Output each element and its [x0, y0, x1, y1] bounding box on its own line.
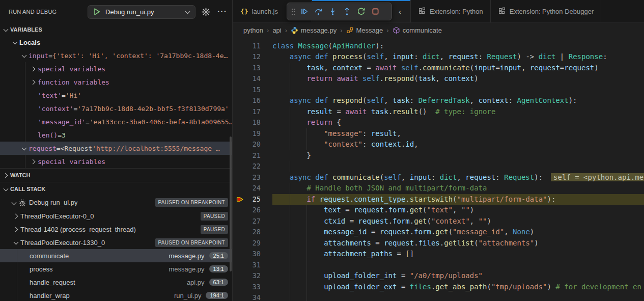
variable-row[interactable]: 'context' = '7a17bb9c-18d8-4e2b-bbf5-f3f… — [0, 102, 232, 115]
breakpoint-gutter[interactable] — [233, 41, 247, 52]
code-line[interactable]: 22 — [233, 161, 644, 172]
chevron-right-icon[interactable] — [30, 65, 38, 73]
chevron-right-icon[interactable] — [30, 157, 38, 166]
variables-section-header[interactable]: VARIABLES — [0, 23, 232, 36]
code-line[interactable]: 33 upload_folder_ext = files.get_abs_pat… — [233, 282, 644, 293]
tab-extension-python-debugger[interactable]: Extension: Python Debugger — [491, 0, 602, 22]
breakpoint-gutter[interactable] — [233, 260, 247, 271]
code-line[interactable]: 11class Message(ApiHandler): — [233, 41, 644, 52]
tab-extension-python[interactable]: Extension: Python — [411, 0, 491, 22]
debug-config-picker[interactable]: Debug run_ui.py — [88, 5, 195, 19]
code-line[interactable]: 15 — [233, 85, 644, 96]
code-line[interactable]: 25 if request.content_type.startswith("m… — [233, 194, 644, 205]
variable-row[interactable]: Locals — [0, 36, 232, 49]
breakpoint-gutter[interactable] — [233, 51, 247, 63]
code-line[interactable]: 31 — [233, 260, 644, 271]
code-line[interactable]: 27 ctxid = request.form.get("context", "… — [233, 216, 644, 227]
code-line[interactable]: 12 async def process(self, input: dict, … — [233, 51, 644, 63]
watch-section-header[interactable]: WATCH — [0, 168, 232, 182]
breadcrumb-item-python[interactable]: python — [243, 26, 263, 34]
call-stack-thread-row[interactable]: ThreadPoolExecutor-1330_0PAUSED ON BREAK… — [0, 236, 232, 249]
code-line[interactable]: 18 return { — [233, 117, 644, 128]
chevron-down-icon[interactable] — [12, 238, 20, 247]
variable-row[interactable]: request = <Request 'http://localhost:555… — [0, 142, 232, 155]
call-stack-thread-row[interactable]: Thread-1402 (process_request_thread)PAUS… — [0, 223, 232, 236]
chevron-down-icon[interactable] — [184, 8, 192, 16]
chevron-down-icon[interactable] — [10, 199, 18, 207]
code-line[interactable]: 26 text = request.form.get("text", "") — [233, 205, 644, 216]
debug-start-icon[interactable] — [92, 7, 101, 16]
breakpoint-gutter[interactable] — [233, 292, 247, 301]
breakpoint-current-line-icon[interactable] — [233, 194, 247, 205]
breadcrumb-item-communicate[interactable]: communicate — [393, 26, 442, 34]
step-over-button[interactable] — [312, 5, 325, 18]
call-stack-frame-row[interactable]: handler_wraprun_ui.py194:1 — [0, 289, 232, 301]
breadcrumb-item-message[interactable]: Message — [346, 26, 383, 34]
variable-row[interactable]: input = {'text': 'Hi', 'context': '7a17b… — [0, 49, 232, 62]
variable-row[interactable]: special variables — [0, 155, 232, 168]
breakpoint-gutter[interactable] — [233, 85, 247, 96]
code-line[interactable]: 19 "message": result, — [233, 128, 644, 140]
variable-row[interactable]: 'message_id' = 'ea133ccc-3ba0-406c-befa-… — [0, 115, 232, 128]
sidebar-scrollbar-thumb[interactable] — [230, 136, 232, 271]
breakpoint-gutter[interactable] — [233, 238, 247, 249]
breakpoint-gutter[interactable] — [233, 73, 247, 85]
chevron-down-icon[interactable] — [20, 51, 29, 60]
code-line[interactable]: 32 upload_folder_int = "/a0/tmp/uploads" — [233, 270, 644, 282]
code-editor[interactable]: 1011class Message(ApiHandler):12 async d… — [233, 37, 644, 301]
call-stack-frame-row[interactable]: communicatemessage.py25:1 — [0, 249, 232, 262]
code-line[interactable]: 34 — [233, 292, 644, 301]
code-line[interactable]: 29 attachments = request.files.getlist("… — [233, 238, 644, 249]
chevron-down-icon[interactable] — [11, 38, 19, 46]
chevron-down-icon[interactable] — [20, 144, 29, 152]
breakpoint-gutter[interactable] — [233, 282, 247, 293]
code-line[interactable]: 13 task, context = await self.communicat… — [233, 63, 644, 74]
variable-row[interactable]: function variables — [0, 75, 232, 89]
call-stack-frame-row[interactable]: handle_requestapi.py63:1 — [0, 276, 232, 289]
code-line[interactable]: 20 "context": context.id, — [233, 139, 644, 150]
chevron-right-icon[interactable] — [12, 225, 20, 233]
call-stack-frame-row[interactable]: processmessage.py13:1 — [0, 262, 232, 276]
code-line[interactable]: 23 async def communicate(self, input: di… — [233, 172, 644, 183]
code-line[interactable]: 21 } — [233, 150, 644, 161]
breakpoint-gutter[interactable] — [233, 63, 247, 74]
more-actions-icon[interactable]: ··· — [217, 8, 227, 16]
breakpoint-gutter[interactable] — [233, 95, 247, 106]
gear-icon[interactable] — [202, 8, 210, 16]
breakpoint-gutter[interactable] — [233, 205, 247, 216]
breakpoint-gutter[interactable] — [233, 161, 247, 172]
breakpoint-gutter[interactable] — [233, 128, 247, 140]
breakpoint-gutter[interactable] — [233, 106, 247, 118]
call-stack-session-row[interactable]: Debug run_ui.pyPAUSED ON BREAKPOINT — [0, 196, 232, 209]
breakpoint-gutter[interactable] — [233, 227, 247, 238]
breakpoint-gutter[interactable] — [233, 172, 247, 183]
call-stack-section-header[interactable]: CALL STACK — [0, 182, 232, 196]
drag-grip-icon[interactable] — [290, 5, 297, 18]
variable-row[interactable]: 'text' = 'Hi' — [0, 89, 232, 102]
breakpoint-gutter[interactable] — [233, 183, 247, 194]
code-line[interactable]: 14 return await self.respond(task, conte… — [233, 73, 644, 85]
chevron-right-icon[interactable] — [30, 78, 38, 86]
breakpoint-gutter[interactable] — [233, 270, 247, 282]
chevron-right-icon[interactable] — [12, 212, 20, 220]
code-line[interactable]: 30 attachment_paths = [] — [233, 249, 644, 260]
code-line[interactable]: 24 # Handle both JSON and multipart/form… — [233, 183, 644, 194]
restart-button[interactable] — [354, 5, 368, 18]
breakpoint-gutter[interactable] — [233, 216, 247, 227]
step-into-button[interactable] — [326, 5, 340, 18]
breadcrumb-item-api[interactable]: api — [272, 26, 281, 34]
active-tab-chevron-icon[interactable]: ‹ — [399, 7, 401, 16]
code-line[interactable]: 28 message_id = request.form.get("messag… — [233, 227, 644, 238]
call-stack-thread-row[interactable]: ThreadPoolExecutor-0_0PAUSED — [0, 209, 232, 223]
breakpoint-gutter[interactable] — [233, 117, 247, 128]
code-line[interactable]: 16 async def respond(self, task: Deferre… — [233, 95, 644, 106]
code-line[interactable]: 17 result = await task.result() # type: … — [233, 106, 644, 118]
variable-row[interactable]: len() = 3 — [0, 128, 232, 142]
stop-button[interactable] — [369, 5, 382, 18]
breakpoint-gutter[interactable] — [233, 139, 247, 150]
breakpoint-gutter[interactable] — [233, 249, 247, 260]
breakpoint-gutter[interactable] — [233, 150, 247, 161]
variable-row[interactable]: special variables — [0, 62, 232, 75]
continue-button[interactable] — [297, 5, 311, 18]
breadcrumb-item-message-py[interactable]: message.py — [291, 26, 337, 34]
